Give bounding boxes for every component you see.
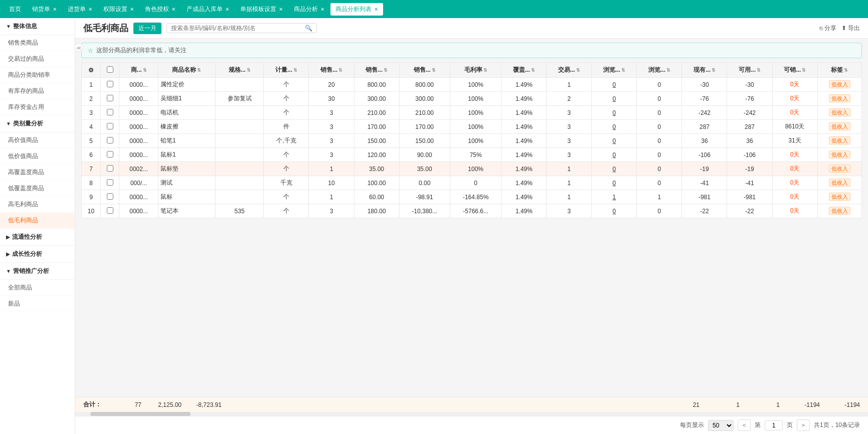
col-trade-count[interactable]: 交易...⇅ bbox=[547, 63, 592, 78]
sidebar-section-overall[interactable]: ▼ 整体信息 bbox=[0, 18, 75, 35]
row-sale-profit: -98.91 bbox=[399, 190, 450, 204]
sidebar-section-category[interactable]: ▼ 类别量分析 bbox=[0, 115, 75, 132]
nav-item-role[interactable]: 角色授权 ✕ bbox=[140, 3, 181, 16]
share-button[interactable]: ⎋ 分享 bbox=[819, 24, 836, 33]
select-all-checkbox[interactable] bbox=[107, 66, 113, 73]
scrollbar-thumb[interactable] bbox=[90, 412, 191, 416]
col-available[interactable]: 可用...⇅ bbox=[727, 63, 772, 78]
row-checkbox[interactable] bbox=[100, 92, 119, 106]
sidebar-section-marketing[interactable]: ▼ 营销推广分析 bbox=[0, 263, 75, 280]
row-view1[interactable]: 0 bbox=[592, 162, 637, 176]
row-view1[interactable]: 0 bbox=[592, 204, 637, 218]
next-page-button[interactable]: ＞ bbox=[797, 419, 810, 431]
close-icon[interactable]: ✕ bbox=[320, 7, 324, 12]
sidebar-item-traded-goods[interactable]: 交易过的商品 bbox=[0, 51, 75, 67]
col-checkbox[interactable] bbox=[100, 63, 119, 78]
row-select-checkbox[interactable] bbox=[107, 137, 113, 143]
row-select-checkbox[interactable] bbox=[107, 151, 113, 158]
row-view1[interactable]: 0 bbox=[592, 120, 637, 134]
sidebar-item-category-rate[interactable]: 商品分类助销率 bbox=[0, 67, 75, 83]
nav-item-sales[interactable]: 销货单 ✕ bbox=[27, 3, 62, 16]
sidebar-section-growth[interactable]: ▶ 成长性分析 bbox=[0, 246, 75, 263]
col-unit[interactable]: 计量...⇅ bbox=[264, 63, 309, 78]
close-icon[interactable]: ✕ bbox=[225, 7, 229, 12]
sidebar-collapse-button[interactable]: ≪ bbox=[74, 43, 83, 52]
filter-button[interactable]: 近一月 bbox=[133, 23, 161, 34]
row-view1[interactable]: 1 bbox=[592, 190, 637, 204]
sidebar-item-high-coverage[interactable]: 高覆盖度商品 bbox=[0, 165, 75, 181]
row-select-checkbox[interactable] bbox=[107, 109, 113, 115]
row-select-checkbox[interactable] bbox=[107, 123, 113, 129]
col-stock[interactable]: 现有...⇅ bbox=[682, 63, 727, 78]
sidebar-item-high-profit[interactable]: 高毛利商品 bbox=[0, 197, 75, 213]
sidebar-item-low-profit[interactable]: 低毛利商品 bbox=[0, 213, 75, 229]
row-view1[interactable]: 0 bbox=[592, 176, 637, 190]
row-select-checkbox[interactable] bbox=[107, 207, 113, 214]
search-icon[interactable]: 🔍 bbox=[305, 25, 312, 32]
row-view1[interactable]: 0 bbox=[592, 106, 637, 120]
row-checkbox[interactable] bbox=[100, 120, 119, 134]
nav-item-purchase[interactable]: 进货单 ✕ bbox=[63, 3, 97, 16]
col-coverage[interactable]: 覆盖...⇅ bbox=[501, 63, 547, 78]
col-settings[interactable]: ⚙ bbox=[82, 63, 101, 78]
row-select-checkbox[interactable] bbox=[107, 81, 113, 87]
horizontal-scrollbar[interactable] bbox=[75, 412, 868, 416]
export-button[interactable]: ⬆ 导出 bbox=[841, 24, 860, 33]
close-icon[interactable]: ✕ bbox=[279, 7, 283, 12]
col-tag[interactable]: 标签⇅ bbox=[817, 63, 861, 78]
close-icon[interactable]: ✕ bbox=[171, 7, 176, 12]
sidebar-item-all-goods[interactable]: 全部商品 bbox=[0, 280, 75, 296]
col-sale-profit[interactable]: 销售...⇅ bbox=[399, 63, 450, 78]
row-view1[interactable]: 0 bbox=[592, 134, 637, 148]
col-name[interactable]: 商品名称⇅ bbox=[158, 63, 215, 78]
row-saleable: 0天 bbox=[772, 148, 817, 162]
nav-item-stock-in[interactable]: 产成品入库单 ✕ bbox=[182, 3, 234, 16]
nav-item-home[interactable]: 首页 bbox=[4, 3, 26, 16]
sidebar-item-new-goods[interactable]: 新品 bbox=[0, 296, 75, 312]
row-view1[interactable]: 0 bbox=[592, 78, 637, 92]
col-view2[interactable]: 浏览...⇅ bbox=[637, 63, 682, 78]
col-sale-qty[interactable]: 销售...⇅ bbox=[309, 63, 354, 78]
row-checkbox[interactable] bbox=[100, 106, 119, 120]
row-sale-qty: 3 bbox=[309, 204, 354, 218]
col-spec[interactable]: 规格...⇅ bbox=[215, 63, 264, 78]
page-input[interactable] bbox=[765, 420, 783, 430]
nav-item-analysis-list[interactable]: 商品分析列表 ✕ bbox=[330, 3, 383, 16]
row-view1[interactable]: 0 bbox=[592, 148, 637, 162]
sidebar-item-high-value[interactable]: 高价值商品 bbox=[0, 132, 75, 149]
row-checkbox[interactable] bbox=[100, 176, 119, 190]
close-icon[interactable]: ✕ bbox=[53, 7, 57, 12]
row-checkbox[interactable] bbox=[100, 190, 119, 204]
col-code[interactable]: 商...⇅ bbox=[119, 63, 158, 78]
sidebar-section-flow[interactable]: ▶ 流通性分析 bbox=[0, 229, 75, 246]
sidebar-item-low-value[interactable]: 低价值商品 bbox=[0, 149, 75, 165]
col-saleable[interactable]: 可销...⇅ bbox=[772, 63, 817, 78]
row-select-checkbox[interactable] bbox=[107, 165, 113, 172]
nav-item-template[interactable]: 单据模板设置 ✕ bbox=[235, 3, 288, 16]
row-checkbox[interactable] bbox=[100, 78, 119, 92]
close-icon[interactable]: ✕ bbox=[374, 7, 378, 12]
row-checkbox[interactable] bbox=[100, 134, 119, 148]
row-checkbox[interactable] bbox=[100, 162, 119, 176]
sidebar-item-in-stock[interactable]: 有库存的商品 bbox=[0, 83, 75, 99]
col-view1[interactable]: 浏览...⇅ bbox=[592, 63, 637, 78]
prev-page-button[interactable]: ＜ bbox=[738, 419, 751, 431]
sidebar-item-capital[interactable]: 库存资金占用 bbox=[0, 99, 75, 115]
col-gross-margin[interactable]: 毛利率⇅ bbox=[450, 63, 501, 78]
row-select-checkbox[interactable] bbox=[107, 193, 113, 200]
col-sale-amount[interactable]: 销售...⇅ bbox=[354, 63, 399, 78]
row-select-checkbox[interactable] bbox=[107, 95, 113, 101]
row-checkbox[interactable] bbox=[100, 204, 119, 218]
sidebar-item-low-coverage[interactable]: 低覆盖度商品 bbox=[0, 181, 75, 197]
close-icon[interactable]: ✕ bbox=[88, 7, 92, 12]
nav-item-permission[interactable]: 权限设置 ✕ bbox=[98, 3, 139, 16]
close-icon[interactable]: ✕ bbox=[130, 7, 134, 12]
page-size-select[interactable]: 50 100 200 bbox=[708, 420, 734, 431]
search-input[interactable] bbox=[171, 25, 302, 32]
nav-item-analysis[interactable]: 商品分析 ✕ bbox=[289, 3, 329, 16]
row-tag: 低收入 bbox=[817, 176, 861, 190]
row-checkbox[interactable] bbox=[100, 148, 119, 162]
sidebar-item-sales-goods[interactable]: 销售类商品 bbox=[0, 35, 75, 51]
row-select-checkbox[interactable] bbox=[107, 179, 113, 186]
row-view1[interactable]: 0 bbox=[592, 92, 637, 106]
